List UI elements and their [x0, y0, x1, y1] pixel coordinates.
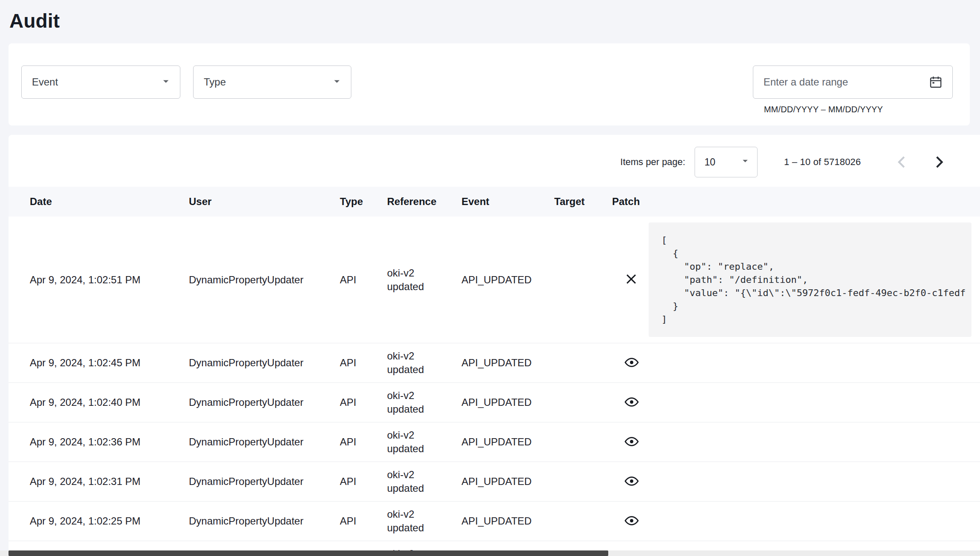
view-patch-button[interactable]: [621, 392, 642, 413]
column-header-user: User: [189, 187, 340, 217]
cell-target: [554, 383, 612, 422]
filter-card: Event Type: [9, 43, 970, 125]
cell-type: API: [340, 383, 387, 422]
cell-target: [554, 502, 612, 541]
date-range-input[interactable]: [763, 76, 926, 88]
cell-patch: [612, 462, 980, 502]
type-filter-label: Type: [204, 76, 226, 88]
event-filter-select[interactable]: Event: [21, 66, 180, 99]
horizontal-scrollbar[interactable]: [0, 550, 980, 556]
cell-reference: oki-v2 updated: [387, 343, 462, 383]
cell-event: API_UPDATED: [462, 502, 554, 541]
cell-patch: [612, 343, 980, 383]
chevron-down-icon: [330, 75, 343, 89]
calendar-icon[interactable]: [926, 72, 946, 92]
cell-date: Apr 9, 2024, 1:02:45 PM: [9, 343, 189, 383]
view-patch-button[interactable]: [621, 510, 642, 532]
cell-event: API_UPDATED: [462, 422, 554, 462]
table-row: Apr 9, 2024, 1:02:51 PM DynamicPropertyU…: [9, 217, 980, 343]
chevron-down-icon: [160, 75, 172, 89]
table-row: Apr 9, 2024, 1:02:45 PM DynamicPropertyU…: [9, 343, 980, 383]
items-per-page-label: Items per page:: [620, 157, 685, 168]
column-header-reference: Reference: [387, 187, 462, 217]
column-header-patch: Patch: [612, 187, 980, 217]
cell-patch: [ { "op": "replace", "path": "/definitio…: [612, 217, 980, 343]
cell-reference: oki-v2 updated: [387, 383, 462, 422]
audit-table: DateUserTypeReferenceEventTargetPatch Ap…: [9, 187, 980, 556]
table-row: Apr 9, 2024, 1:02:31 PM DynamicPropertyU…: [9, 462, 980, 502]
horizontal-scrollbar-thumb[interactable]: [9, 550, 608, 556]
column-header-type: Type: [340, 187, 387, 217]
column-header-target: Target: [554, 187, 612, 217]
eye-icon: [624, 394, 639, 411]
cell-reference: oki-v2 updated: [387, 422, 462, 462]
cell-type: API: [340, 462, 387, 502]
cell-date: Apr 9, 2024, 1:02:36 PM: [9, 422, 189, 462]
cell-type: API: [340, 422, 387, 462]
page-size-select[interactable]: 10: [695, 147, 758, 177]
cell-reference: oki-v2 updated: [387, 502, 462, 541]
table-header-row: DateUserTypeReferenceEventTargetPatch: [9, 187, 980, 217]
audit-page: Audit Event Type: [0, 0, 980, 556]
paginator: Items per page: 10 1 – 10 of 5718026: [9, 135, 980, 187]
eye-icon: [624, 513, 639, 530]
page-title: Audit: [0, 0, 980, 43]
page-size-value: 10: [704, 157, 715, 168]
cell-user: DynamicPropertyUpdater: [189, 383, 340, 422]
cell-target: [554, 422, 612, 462]
cell-patch: [612, 422, 980, 462]
cell-reference: oki-v2 updated: [387, 462, 462, 502]
date-format-hint: MM/DD/YYYY – MM/DD/YYYY: [764, 105, 953, 114]
cell-user: DynamicPropertyUpdater: [189, 462, 340, 502]
pagination-range-label: 1 – 10 of 5718026: [784, 157, 861, 168]
type-filter-select[interactable]: Type: [193, 66, 351, 99]
cell-user: DynamicPropertyUpdater: [189, 422, 340, 462]
date-range-field[interactable]: [753, 66, 953, 99]
view-patch-button[interactable]: [621, 471, 642, 493]
chevron-down-icon: [739, 155, 751, 169]
collapse-patch-button[interactable]: [621, 269, 641, 290]
cell-target: [554, 217, 612, 343]
cell-patch: [612, 502, 980, 541]
cell-event: API_UPDATED: [462, 462, 554, 502]
cell-type: API: [340, 217, 387, 343]
eye-icon: [624, 355, 639, 371]
table-row: Apr 9, 2024, 1:02:25 PM DynamicPropertyU…: [9, 502, 980, 541]
cell-user: DynamicPropertyUpdater: [189, 502, 340, 541]
table-row: Apr 9, 2024, 1:02:40 PM DynamicPropertyU…: [9, 383, 980, 422]
column-header-date: Date: [9, 187, 189, 217]
previous-page-button[interactable]: [891, 151, 913, 173]
date-range-wrap: MM/DD/YYYY – MM/DD/YYYY: [753, 66, 953, 114]
cell-event: API_UPDATED: [462, 343, 554, 383]
cell-date: Apr 9, 2024, 1:02:51 PM: [9, 217, 189, 343]
table-row: Apr 9, 2024, 1:02:36 PM DynamicPropertyU…: [9, 422, 980, 462]
patch-code: [ { "op": "replace", "path": "/definitio…: [649, 222, 971, 337]
cell-date: Apr 9, 2024, 1:02:40 PM: [9, 383, 189, 422]
audit-table-card: Items per page: 10 1 – 10 of 5718026 Da: [9, 135, 980, 556]
cell-user: DynamicPropertyUpdater: [189, 217, 340, 343]
cell-date: Apr 9, 2024, 1:02:31 PM: [9, 462, 189, 502]
next-page-button[interactable]: [928, 151, 950, 173]
cell-event: API_UPDATED: [462, 217, 554, 343]
cell-reference: oki-v2 updated: [387, 217, 462, 343]
view-patch-button[interactable]: [621, 352, 642, 374]
cell-target: [554, 343, 612, 383]
event-filter-label: Event: [32, 76, 58, 88]
cell-user: DynamicPropertyUpdater: [189, 343, 340, 383]
cell-event: API_UPDATED: [462, 383, 554, 422]
cell-patch: [612, 383, 980, 422]
close-icon: [624, 272, 638, 288]
cell-type: API: [340, 502, 387, 541]
cell-target: [554, 462, 612, 502]
cell-date: Apr 9, 2024, 1:02:25 PM: [9, 502, 189, 541]
column-header-event: Event: [462, 187, 554, 217]
eye-icon: [624, 473, 639, 490]
view-patch-button[interactable]: [621, 431, 642, 453]
eye-icon: [624, 434, 639, 451]
cell-type: API: [340, 343, 387, 383]
